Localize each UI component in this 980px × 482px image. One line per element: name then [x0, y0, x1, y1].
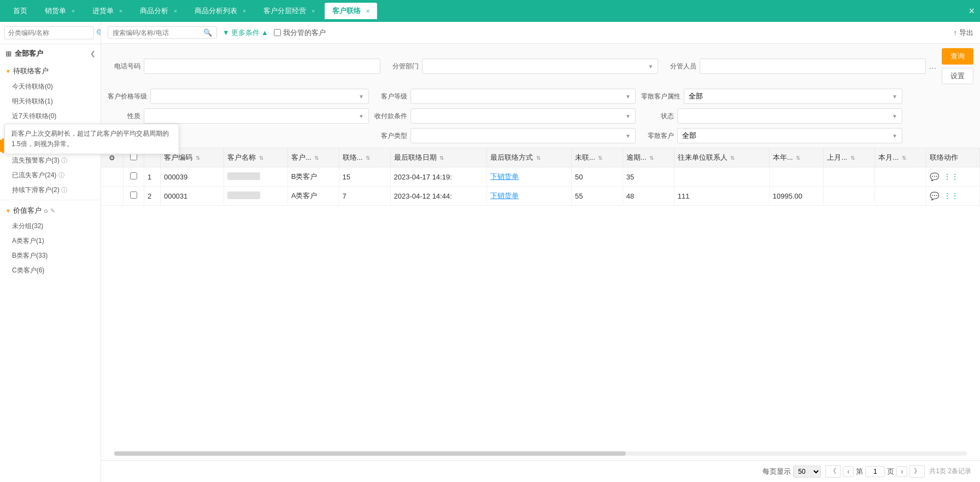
- my-customer-checkbox-wrap[interactable]: 我分管的客户: [274, 28, 326, 38]
- scroll-thumb[interactable]: [114, 451, 626, 456]
- close-customer-tier-icon[interactable]: ×: [312, 8, 315, 14]
- info-icon-declining: ⓘ: [61, 187, 67, 193]
- sidebar-search-icon[interactable]: 🔍: [96, 29, 101, 37]
- th-this-month[interactable]: 本月... ⇅: [875, 148, 926, 167]
- tab-customer-tier[interactable]: 客户分层经营 ×: [256, 3, 322, 19]
- th-last-month[interactable]: 上月... ⇅: [824, 148, 875, 167]
- info-icon-lostwarning: ⓘ: [61, 157, 67, 164]
- td-check-2[interactable]: [123, 187, 144, 206]
- filter-row-4: ... 客户类型 ▼ 零散客户 全部 ▼: [108, 128, 973, 143]
- filter-phone-input[interactable]: [144, 59, 380, 74]
- sidebar-item-classB[interactable]: B类客户(33): [0, 248, 101, 263]
- sidebar-group2-title[interactable]: ▼ 价值客户 ○ ✎: [0, 202, 101, 219]
- sidebar-collapse-icon[interactable]: ❮: [90, 50, 95, 57]
- sidebar-group-title-pending[interactable]: ▼ 待联络客户: [0, 63, 101, 79]
- tab-customer-contact[interactable]: 客户联络 ×: [325, 3, 377, 19]
- search-input[interactable]: [113, 29, 201, 37]
- th-customer-name[interactable]: 客户名称 ⇅: [224, 148, 287, 167]
- more-conditions-button[interactable]: ▼ 更多条件 ▲: [222, 28, 268, 38]
- horizontal-scrollbar[interactable]: [114, 451, 967, 456]
- filter-manager-label: 分管人员: [664, 62, 696, 71]
- export-icon: ↑: [954, 28, 958, 37]
- th-unit-contact[interactable]: 往来单位联系人 ⇅: [674, 148, 769, 167]
- tab-product-analysis-list[interactable]: 商品分析列表 ×: [187, 3, 254, 19]
- close-product-analysis-icon[interactable]: ×: [174, 8, 177, 14]
- sidebar-section-label: 全部客户: [15, 49, 43, 59]
- th-overdue[interactable]: 逾期... ⇅: [623, 148, 674, 167]
- sidebar-item-classA[interactable]: A类客户(1): [0, 234, 101, 248]
- filter-customer-type-field: 客户类型 ▼: [374, 128, 636, 143]
- search-icon[interactable]: 🔍: [203, 28, 212, 37]
- th-contact-count[interactable]: 联络... ⇅: [339, 148, 390, 167]
- export-label: 导出: [959, 28, 973, 38]
- query-button[interactable]: 查询: [942, 48, 973, 65]
- next-page-button[interactable]: ›: [896, 466, 907, 477]
- table-header-row: ⚙ 客户编码 ⇅ 客户名称 ⇅ 客户... ⇅ 联络... ⇅ 最后联络日期 ⇅…: [101, 148, 980, 167]
- filter-dept-select[interactable]: ▼: [422, 59, 659, 74]
- pencil-icon[interactable]: ✎: [50, 207, 55, 214]
- filter-manager-dots[interactable]: ...: [929, 61, 936, 71]
- td-check-1[interactable]: [123, 167, 144, 187]
- setting-button[interactable]: 设置: [942, 68, 973, 84]
- prev-page-button[interactable]: ‹: [843, 466, 854, 477]
- td-date-1: 2023-04-17 14:19:: [390, 167, 487, 187]
- sidebar-item-declining[interactable]: 持续下滑客户(2) ⓘ: [0, 183, 101, 198]
- total-info-label: 共1页 2条记录: [929, 467, 971, 476]
- close-all-tabs-button[interactable]: ×: [969, 5, 975, 17]
- sidebar-search-area: 🔍: [0, 22, 101, 44]
- row2-checkbox[interactable]: [130, 191, 137, 199]
- th-last-contact-method[interactable]: 最后联络方式 ⇅: [487, 148, 572, 167]
- per-page-select[interactable]: 50 100 200: [793, 466, 821, 478]
- th-last-contact-date[interactable]: 最后联络日期 ⇅: [390, 148, 487, 167]
- filter-customer-type-select[interactable]: ▼: [410, 128, 636, 143]
- filter-nature-field: 性质 ▼: [108, 108, 369, 124]
- filter-manager-select[interactable]: [700, 59, 925, 74]
- th-uncontacted[interactable]: 未联... ⇅: [571, 148, 623, 167]
- edit-icon[interactable]: ○: [44, 207, 48, 215]
- export-button[interactable]: ↑ 导出: [954, 28, 974, 38]
- action-chat-icon-2[interactable]: 💬: [930, 191, 939, 200]
- row1-checkbox[interactable]: [130, 172, 137, 179]
- filter-scatter-attr-field: 零散客户属性 全部 ▼: [641, 89, 902, 104]
- sidebar-item-lost[interactable]: 已流失客户(24) ⓘ: [0, 168, 101, 183]
- th-customer-type[interactable]: 客户... ⇅: [287, 148, 339, 167]
- sidebar-item-ungroup[interactable]: 未分组(32): [0, 219, 101, 234]
- filter-status-select[interactable]: ▼: [677, 108, 902, 124]
- scatter-customer-arrow-icon: ▼: [892, 133, 897, 139]
- action-chat-icon-1[interactable]: 💬: [930, 172, 939, 181]
- filter-scatter-attr-select[interactable]: 全部 ▼: [684, 89, 902, 104]
- method-link-2[interactable]: 下销货单: [490, 191, 519, 200]
- filter-scatter-customer-select[interactable]: 全部 ▼: [677, 128, 902, 143]
- tab-product-analysis[interactable]: 商品分析 ×: [132, 3, 185, 19]
- page-input[interactable]: [865, 466, 885, 477]
- sidebar-all-customers[interactable]: ⊞ 全部客户 ❮: [0, 44, 101, 63]
- first-page-button[interactable]: 《: [825, 465, 841, 478]
- my-customer-checkbox[interactable]: [274, 29, 281, 36]
- action-more-icon-2[interactable]: ⋮⋮: [943, 191, 959, 200]
- close-sales-icon[interactable]: ×: [72, 8, 75, 14]
- last-page-button[interactable]: 》: [909, 465, 925, 478]
- filter-nature-label: 性质: [108, 112, 140, 121]
- th-this-year[interactable]: 本年... ⇅: [769, 148, 824, 167]
- action-more-icon-1[interactable]: ⋮⋮: [943, 172, 959, 181]
- filter-nature-select[interactable]: ▼: [144, 108, 369, 124]
- tab-sales[interactable]: 销货单 ×: [37, 3, 83, 19]
- filter-price-select[interactable]: ▼: [150, 89, 369, 104]
- sidebar-item-lostwarning[interactable]: 流失预警客户(3) ⓘ: [0, 153, 101, 168]
- close-customer-contact-icon[interactable]: ×: [366, 8, 369, 14]
- sidebar-item-7days-pending[interactable]: 近7天待联络(0): [0, 109, 101, 124]
- td-method-2[interactable]: 下销货单: [487, 187, 572, 206]
- method-link-1[interactable]: 下销货单: [490, 172, 519, 181]
- sidebar-item-today-pending[interactable]: 今天待联络(0): [0, 79, 101, 94]
- close-purchase-icon[interactable]: ×: [119, 8, 122, 14]
- tab-home[interactable]: 首页: [5, 3, 35, 19]
- close-product-list-icon[interactable]: ×: [243, 8, 246, 14]
- tab-purchase[interactable]: 进货单 ×: [85, 3, 130, 19]
- sidebar-search-input[interactable]: [4, 26, 94, 39]
- td-method-1[interactable]: 下销货单: [487, 167, 572, 187]
- sidebar-item-classC[interactable]: C类客户(6): [0, 263, 101, 278]
- filter-payment-select[interactable]: ▼: [410, 108, 636, 124]
- gear-icon[interactable]: ⚙: [109, 154, 115, 162]
- filter-customer-level-select[interactable]: ▼: [410, 89, 636, 104]
- sidebar-item-tomorrow-pending[interactable]: 明天待联络(1): [0, 94, 101, 109]
